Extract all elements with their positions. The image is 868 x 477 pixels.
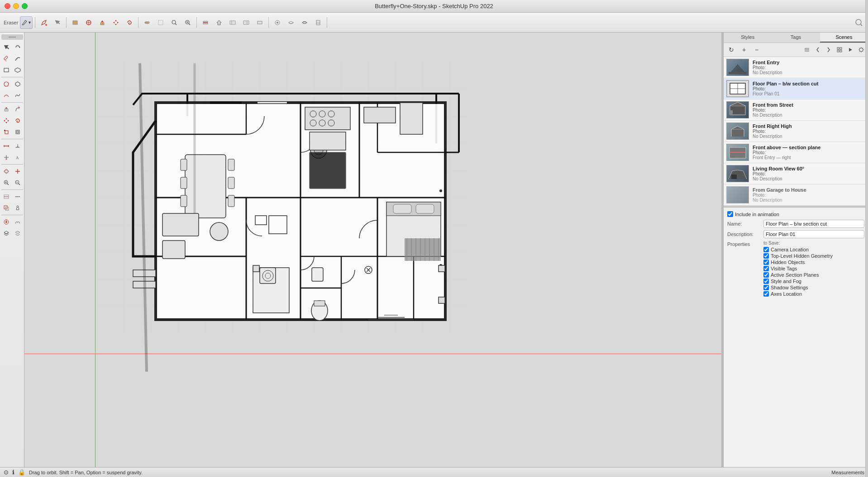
- axes-button[interactable]: [154, 16, 167, 29]
- zoom-in-btn[interactable]: [1, 177, 12, 188]
- toolbox-handle[interactable]: [1, 34, 23, 40]
- flip-btn[interactable]: [12, 228, 23, 239]
- tab-tags[interactable]: Tags: [772, 33, 820, 43]
- viewport[interactable]: [24, 33, 721, 467]
- scene-item-1[interactable]: Front Entry Photo: No Description: [724, 57, 868, 78]
- hidden-geo-checkbox[interactable]: [763, 253, 769, 259]
- move-button[interactable]: [110, 16, 122, 29]
- freehand-btn[interactable]: [12, 90, 23, 101]
- orbit-btn[interactable]: [1, 166, 12, 177]
- walkthrough-btn[interactable]: [12, 203, 23, 213]
- select-tool-btn[interactable]: [1, 42, 12, 53]
- parallel-view-button[interactable]: [253, 16, 266, 29]
- axes-btn[interactable]: [1, 152, 12, 163]
- floorplan-drawing[interactable]: [97, 57, 468, 338]
- rotate-button[interactable]: [123, 16, 136, 29]
- next-icon[interactable]: [825, 46, 833, 54]
- camera-settings-button[interactable]: [271, 16, 284, 29]
- zoom-out-btn[interactable]: [12, 177, 23, 188]
- grid-view-icon[interactable]: [835, 46, 844, 54]
- refresh-scenes-button[interactable]: ↻: [726, 45, 736, 55]
- rectangle-button[interactable]: [69, 16, 81, 29]
- section-button[interactable]: [199, 16, 212, 29]
- section-planes-checkbox[interactable]: [763, 272, 769, 278]
- scene-item-2[interactable]: Floor Plan – b/w section cut Photo: Floo…: [724, 78, 868, 99]
- next-view-button[interactable]: [240, 16, 253, 29]
- scale-btn[interactable]: [1, 127, 12, 137]
- play-icon[interactable]: [846, 46, 854, 54]
- axes-checkbox[interactable]: [763, 291, 769, 297]
- status-icon-1[interactable]: ⊙: [4, 469, 9, 476]
- rotate-btn[interactable]: [12, 115, 23, 126]
- status-icon-3[interactable]: 🔒: [18, 469, 25, 476]
- section-plane-btn[interactable]: [1, 191, 12, 202]
- polygon-btn[interactable]: [12, 79, 23, 90]
- scene-item-4[interactable]: Front Right High Photo: No Description: [724, 121, 868, 142]
- visibility-btn[interactable]: [12, 191, 23, 202]
- description-input[interactable]: [763, 230, 864, 238]
- followme-btn[interactable]: [12, 104, 23, 115]
- add-scene-button[interactable]: +: [739, 45, 749, 55]
- maximize-button[interactable]: [22, 3, 28, 9]
- settings-icon[interactable]: [857, 46, 865, 54]
- scene-item-5[interactable]: Front above — section plane Photo: Front…: [724, 142, 868, 163]
- paint-button[interactable]: [38, 16, 50, 29]
- advanced-cam-btn[interactable]: [1, 217, 12, 227]
- prev-icon[interactable]: [814, 46, 822, 54]
- circle-btn[interactable]: [1, 79, 12, 90]
- rect-btn[interactable]: [1, 65, 12, 76]
- close-button[interactable]: [5, 3, 10, 9]
- visible-tags-checkbox[interactable]: [763, 266, 769, 271]
- minimize-button[interactable]: [13, 3, 19, 9]
- advanced-button[interactable]: [312, 16, 324, 29]
- sandbox-btn[interactable]: [12, 217, 23, 227]
- pushpull-btn[interactable]: [1, 104, 12, 115]
- pushpull-button[interactable]: [96, 16, 109, 29]
- pan-btn[interactable]: [12, 166, 23, 177]
- list-view-icon[interactable]: [803, 46, 811, 54]
- tab-styles[interactable]: Styles: [724, 33, 772, 43]
- pencil-btn[interactable]: [1, 53, 12, 64]
- remove-scene-button[interactable]: −: [752, 45, 762, 55]
- intersect-btn[interactable]: [1, 203, 12, 213]
- camera-checkbox[interactable]: [763, 247, 769, 252]
- home-view-button[interactable]: [213, 16, 225, 29]
- layer-btn[interactable]: [1, 228, 12, 239]
- arc-btn[interactable]: [1, 90, 12, 101]
- style2-button[interactable]: [298, 16, 311, 29]
- scene-item-7[interactable]: From Garage to House Photo: No Descripti…: [724, 184, 868, 206]
- scene-desc-5: Front Entry — right: [753, 155, 865, 160]
- svg-rect-184: [731, 175, 737, 179]
- hidden-obj-checkbox[interactable]: [763, 260, 769, 265]
- name-input[interactable]: [763, 220, 864, 228]
- style1-button[interactable]: [285, 16, 297, 29]
- style-fog-checkbox[interactable]: [763, 279, 769, 284]
- zoom-extent-button[interactable]: [181, 16, 194, 29]
- eraser-dropdown[interactable]: ▼: [20, 16, 33, 29]
- svg-point-32: [4, 82, 9, 86]
- shadow-checkbox[interactable]: [763, 285, 769, 290]
- svg-point-0: [45, 24, 47, 26]
- line-btn[interactable]: [12, 53, 23, 64]
- component-button[interactable]: [82, 16, 95, 29]
- tab-scenes[interactable]: Scenes: [820, 33, 868, 43]
- prev-view-button[interactable]: [226, 16, 239, 29]
- svg-line-29: [861, 24, 862, 26]
- tape-btn[interactable]: [1, 141, 12, 151]
- text-btn[interactable]: A: [12, 152, 23, 163]
- select-button[interactable]: [51, 16, 64, 29]
- component-btn[interactable]: [12, 65, 23, 76]
- include-animation-checkbox[interactable]: [727, 211, 733, 217]
- checkbox-shadow: Shadow Settings: [763, 285, 864, 290]
- search-extension-button[interactable]: [853, 16, 865, 29]
- active-tool-label: Eraser: [4, 20, 18, 25]
- scene-item-6[interactable]: Living Room View 60° Photo: No Descripti…: [724, 163, 868, 184]
- move-btn[interactable]: [1, 115, 12, 126]
- tape-button[interactable]: [141, 16, 153, 29]
- scene-item-3[interactable]: Front from Street Photo: No Description: [724, 99, 868, 121]
- rotate-view-btn[interactable]: [12, 42, 23, 53]
- protractor-btn[interactable]: [12, 141, 23, 151]
- offset-btn[interactable]: [12, 127, 23, 137]
- zoom-button[interactable]: [168, 16, 181, 29]
- status-icon-2[interactable]: ℹ: [12, 469, 14, 476]
